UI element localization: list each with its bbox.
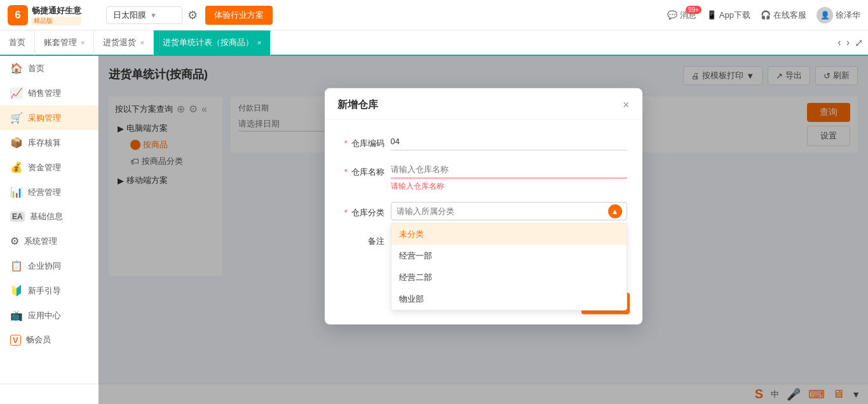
tab-nav-right-icon[interactable]: › (846, 37, 850, 48)
category-dropdown-toggle[interactable]: ▲ (608, 204, 622, 218)
tab-purchase-return[interactable]: 进货退货 × (94, 30, 153, 55)
tab-close-account[interactable]: × (81, 39, 85, 46)
dropdown-option-uncategorized[interactable]: 未分类 (391, 224, 627, 245)
dialog-header: 新增仓库 × (325, 88, 642, 120)
sidebar-item-guide[interactable]: 🔰 新手引导 (0, 278, 98, 303)
home-icon: 🏠 (10, 62, 23, 74)
selector-arrow-icon: ▼ (150, 11, 157, 19)
dropdown-option-property[interactable]: 物业部 (391, 288, 627, 310)
name-row: * 仓库名称 请输入仓库名称 (340, 161, 627, 192)
message-icon: 💬 (667, 10, 677, 20)
trial-button[interactable]: 体验行业方案 (205, 6, 273, 25)
name-error-msg: 请输入仓库名称 (391, 181, 444, 192)
category-row: * 仓库分类 ▲ 未分类 经营一部 经营二部 物业部 (340, 202, 627, 220)
tab-close-purchase-stats[interactable]: × (257, 39, 261, 46)
basic-info-icon: EA (10, 212, 25, 222)
tab-bar: 首页 账套管理 × 进货退货 × 进货单统计表（按商品） × ‹ › ⤢ (0, 30, 868, 56)
user-profile-button[interactable]: 👤 徐泽华 (817, 7, 860, 24)
logo-icon: 6 (8, 5, 28, 25)
dialog-title: 新增仓库 (337, 98, 378, 112)
sidebar-item-sales[interactable]: 📈 销售管理 (0, 81, 98, 105)
settings-icon[interactable]: ⚙ (187, 8, 198, 22)
sidebar-item-finance[interactable]: 💰 资金管理 (0, 155, 98, 180)
finance-icon: 💰 (10, 161, 23, 173)
top-bar: 6 畅捷通好生意 精品版 日太阳膜 ▼ ⚙ 体验行业方案 💬 消息 99+ 📱 … (0, 0, 868, 30)
sidebar-item-basic-info[interactable]: EA 基础信息 (0, 205, 98, 229)
dropdown-option-dept2[interactable]: 经营二部 (391, 267, 627, 288)
sidebar-item-vip[interactable]: V 畅会员 (0, 328, 98, 352)
dropdown-option-dept1[interactable]: 经营一部 (391, 245, 627, 267)
sidebar-item-system[interactable]: ⚙ 系统管理 (0, 229, 98, 253)
message-button[interactable]: 💬 消息 99+ (667, 10, 696, 21)
category-select-wrapper: ▲ 未分类 经营一部 经营二部 物业部 (391, 202, 627, 220)
sidebar-item-inventory[interactable]: 📦 库存核算 (0, 130, 98, 155)
tab-expand-icon[interactable]: ⤢ (855, 37, 863, 49)
name-input[interactable] (391, 161, 627, 178)
chevron-up-icon: ▲ (611, 206, 619, 215)
sidebar-item-enterprise[interactable]: 📋 企业协同 (0, 253, 98, 278)
sales-icon: 📈 (10, 87, 23, 99)
name-label: * 仓库名称 (340, 161, 391, 178)
enterprise-icon: 📋 (10, 260, 23, 272)
category-dropdown-list: 未分类 经营一部 经营二部 物业部 (391, 223, 627, 311)
main-layout: 🏠 首页 📈 销售管理 🛒 采购管理 📦 库存核算 💰 资金管理 📊 经营管理 … (0, 56, 868, 404)
operation-icon: 📊 (10, 186, 23, 198)
tab-controls: ‹ › ⤢ (832, 37, 868, 49)
app-center-icon: 📺 (10, 309, 23, 321)
note-label: 备注 (340, 231, 391, 247)
vip-icon: V (10, 335, 21, 346)
logo-text: 畅捷通好生意 精品版 (32, 5, 81, 25)
online-service-button[interactable]: 🎧 在线客服 (761, 10, 806, 21)
dialog-close-button[interactable]: × (623, 98, 630, 112)
top-right-area: 💬 消息 99+ 📱 App下载 🎧 在线客服 👤 徐泽华 (667, 7, 860, 24)
category-label: * 仓库分类 (340, 202, 391, 219)
tab-close-purchase-return[interactable]: × (140, 39, 144, 46)
company-selector[interactable]: 日太阳膜 ▼ (106, 6, 182, 24)
tab-nav-left-icon[interactable]: ‹ (837, 37, 841, 48)
new-warehouse-dialog: 新增仓库 × * 仓库编码 * 仓库名称 (325, 88, 642, 325)
avatar: 👤 (817, 7, 833, 24)
system-icon: ⚙ (10, 235, 19, 247)
content-area: 进货单统计(按商品) 🖨 按模板打印 ▼ ↗ 导出 ↺ 刷新 (98, 56, 868, 404)
tab-account[interactable]: 账套管理 × (35, 30, 94, 55)
tab-home[interactable]: 首页 (0, 30, 35, 55)
sidebar-item-home[interactable]: 🏠 首页 (0, 56, 98, 81)
dialog-body: * 仓库编码 * 仓库名称 请输入仓库名称 (325, 120, 642, 285)
sidebar: 🏠 首页 📈 销售管理 🛒 采购管理 📦 库存核算 💰 资金管理 📊 经营管理 … (0, 56, 98, 404)
guide-icon: 🔰 (10, 285, 23, 297)
phone-icon: 📱 (707, 10, 717, 20)
tab-purchase-stats[interactable]: 进货单统计表（按商品） × (154, 30, 271, 55)
code-input[interactable] (391, 133, 627, 151)
code-label: * 仓库编码 (340, 133, 391, 149)
sidebar-item-operation[interactable]: 📊 经营管理 (0, 180, 98, 205)
headset-icon: 🎧 (761, 10, 771, 20)
sidebar-item-purchase[interactable]: 🛒 采购管理 (0, 105, 98, 130)
category-input[interactable] (391, 202, 627, 220)
logo-area: 6 畅捷通好生意 精品版 (8, 5, 106, 25)
app-download-button[interactable]: 📱 App下载 (707, 10, 750, 21)
code-row: * 仓库编码 (340, 133, 627, 151)
purchase-icon: 🛒 (10, 112, 23, 124)
sidebar-item-app-center[interactable]: 📺 应用中心 (0, 303, 98, 328)
inventory-icon: 📦 (10, 137, 23, 149)
